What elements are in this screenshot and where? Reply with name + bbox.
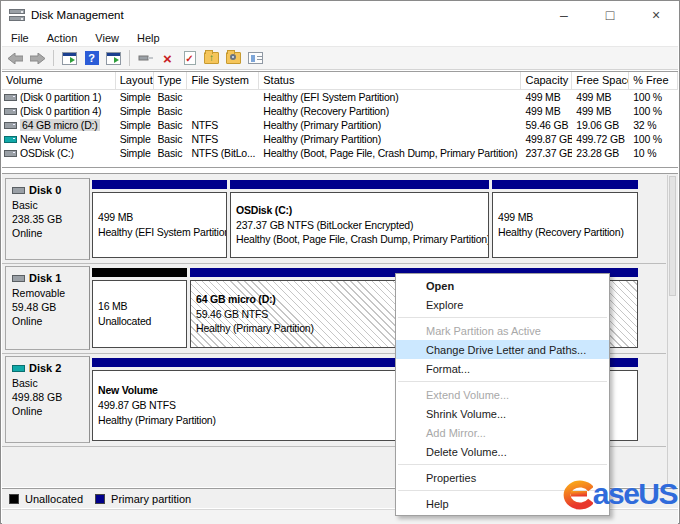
- easeus-logo: aseUS: [561, 477, 677, 511]
- volume-name: (Disk 0 partition 1): [20, 91, 101, 103]
- table-row[interactable]: New Volume Simple Basic NTFS Healthy (Pr…: [2, 132, 678, 146]
- disk-icon: [4, 94, 17, 101]
- open-folder-icon[interactable]: ↑: [203, 50, 220, 67]
- disk1-label[interactable]: Disk 1 Removable 59.48 GB Online: [5, 266, 90, 350]
- disk-icon: [12, 187, 25, 194]
- toolbar-separator: [53, 50, 54, 66]
- minimize-button[interactable]: –: [541, 1, 587, 29]
- cell-layout: Simple: [116, 133, 154, 145]
- column-header-type[interactable]: Type: [154, 72, 188, 89]
- menu-item-open[interactable]: Open: [396, 276, 609, 295]
- disk0-label[interactable]: Disk 0 Basic 238.35 GB Online: [5, 178, 90, 260]
- table-row[interactable]: (Disk 0 partition 4) Simple Basic Health…: [2, 104, 678, 118]
- column-header-volume[interactable]: Volume: [2, 72, 116, 89]
- cell-file-system: NTFS (BitLo...: [187, 147, 259, 159]
- console-window-icon[interactable]: [61, 50, 78, 67]
- volume-list: Volume Layout Type File System Status Ca…: [2, 71, 678, 168]
- disk-name: Disk 2: [29, 361, 61, 376]
- partition-efi[interactable]: 499 MB Healthy (EFI System Partition): [91, 178, 228, 260]
- disk-kind: Basic: [12, 376, 89, 390]
- disk-icon: [12, 365, 25, 372]
- table-row[interactable]: (Disk 0 partition 1) Simple Basic Health…: [2, 90, 678, 104]
- menu-item-shrink-volume[interactable]: Shrink Volume...: [396, 404, 609, 423]
- cell-free-space: 23.28 GB: [572, 147, 629, 159]
- partition-osdisk[interactable]: OSDisk (C:) 237.37 GB NTFS (BitLocker En…: [229, 178, 490, 260]
- disk-icon: [12, 275, 25, 282]
- legend-unallocated-label: Unallocated: [25, 493, 83, 505]
- cell-free-space: 499.72 GB: [572, 133, 629, 145]
- disk-size: 499.88 GB: [12, 390, 89, 404]
- menu-help[interactable]: Help: [128, 31, 169, 45]
- cell-layout: Simple: [116, 91, 154, 103]
- rescan-icon[interactable]: [137, 50, 154, 67]
- partition-recovery[interactable]: 499 MB Healthy (Recovery Partition): [491, 178, 639, 260]
- forward-icon[interactable]: [29, 50, 46, 67]
- menu-separator: [398, 381, 607, 382]
- primary-partition-bar: [92, 180, 227, 189]
- delete-icon[interactable]: ×: [159, 50, 176, 67]
- cell-free-space: 19.06 GB: [572, 119, 629, 131]
- table-row[interactable]: OSDisk (C:) Simple Basic NTFS (BitLo... …: [2, 146, 678, 160]
- column-header-free-space[interactable]: Free Space: [572, 72, 629, 89]
- cell-pct-free: 10 %: [629, 147, 678, 159]
- partition-size: 16 MB: [98, 299, 186, 314]
- properties-icon[interactable]: [247, 50, 264, 67]
- menu-separator: [398, 464, 607, 465]
- menu-view[interactable]: View: [86, 31, 128, 45]
- disk-icon: [4, 122, 17, 129]
- partition-size: 499 MB: [498, 210, 637, 225]
- menu-item-delete-volume[interactable]: Delete Volume...: [396, 442, 609, 461]
- disk-kind: Removable: [12, 286, 89, 300]
- scrollbar-thumb[interactable]: [669, 176, 676, 296]
- help-icon[interactable]: ?: [83, 50, 100, 67]
- menu-item-change-drive-letter[interactable]: Change Drive Letter and Paths...: [396, 340, 609, 359]
- partition-unallocated[interactable]: 16 MB Unallocated: [91, 266, 188, 350]
- menu-item-format[interactable]: Format...: [396, 359, 609, 378]
- cell-pct-free: 100 %: [629, 91, 678, 103]
- menu-file[interactable]: File: [2, 31, 38, 45]
- column-header-status[interactable]: Status: [259, 72, 521, 89]
- action-pane-icon[interactable]: [105, 50, 122, 67]
- legend-primary-label: Primary partition: [111, 493, 191, 505]
- unallocated-bar: [92, 268, 187, 277]
- cell-layout: Simple: [116, 105, 154, 117]
- menu-item-extend-volume: Extend Volume...: [396, 385, 609, 404]
- cell-status: Healthy (Recovery Partition): [259, 105, 521, 117]
- menu-action[interactable]: Action: [38, 31, 87, 45]
- menu-item-explore[interactable]: Explore: [396, 295, 609, 314]
- back-icon[interactable]: [7, 50, 24, 67]
- cell-capacity: 499.87 GB: [521, 133, 572, 145]
- disk-kind: Basic: [12, 198, 89, 212]
- volume-name: OSDisk (C:): [20, 147, 74, 159]
- maximize-button[interactable]: □: [587, 1, 633, 29]
- toolbar: ? × ✓ ↑: [2, 46, 678, 70]
- volume-name: New Volume: [20, 133, 77, 145]
- menu-separator: [398, 317, 607, 318]
- menu-item-mark-partition-active: Mark Partition as Active: [396, 321, 609, 340]
- column-header-capacity[interactable]: Capacity: [521, 72, 572, 89]
- volume-name: 64 GB micro (D:): [20, 119, 100, 131]
- cell-pct-free: 100 %: [629, 105, 678, 117]
- cell-type: Basic: [154, 147, 188, 159]
- cell-type: Basic: [154, 119, 188, 131]
- explore-folder-icon[interactable]: [225, 50, 242, 67]
- cell-type: Basic: [154, 91, 188, 103]
- disk2-label[interactable]: Disk 2 Basic 499.88 GB Online: [5, 356, 90, 443]
- primary-partition-bar: [230, 180, 489, 189]
- cell-status: Healthy (Boot, Page File, Crash Dump, Pr…: [259, 147, 521, 159]
- cell-capacity: 59.46 GB: [521, 119, 572, 131]
- partition-status: Unallocated: [98, 314, 186, 329]
- vertical-scrollbar[interactable]: [667, 175, 677, 486]
- window-title: Disk Management: [31, 9, 124, 21]
- disk-state: Online: [12, 226, 89, 240]
- table-row-selected[interactable]: 64 GB micro (D:) Simple Basic NTFS Healt…: [2, 118, 678, 132]
- disk-name: Disk 0: [29, 183, 61, 198]
- column-header-file-system[interactable]: File System: [187, 72, 259, 89]
- check-document-icon[interactable]: ✓: [181, 50, 198, 67]
- column-header-layout[interactable]: Layout: [116, 72, 154, 89]
- cell-status: Healthy (EFI System Partition): [259, 91, 521, 103]
- volume-name: (Disk 0 partition 4): [20, 105, 101, 117]
- column-header-pct-free[interactable]: % Free: [629, 72, 678, 89]
- disk-state: Online: [12, 404, 89, 418]
- close-button[interactable]: ×: [633, 1, 679, 29]
